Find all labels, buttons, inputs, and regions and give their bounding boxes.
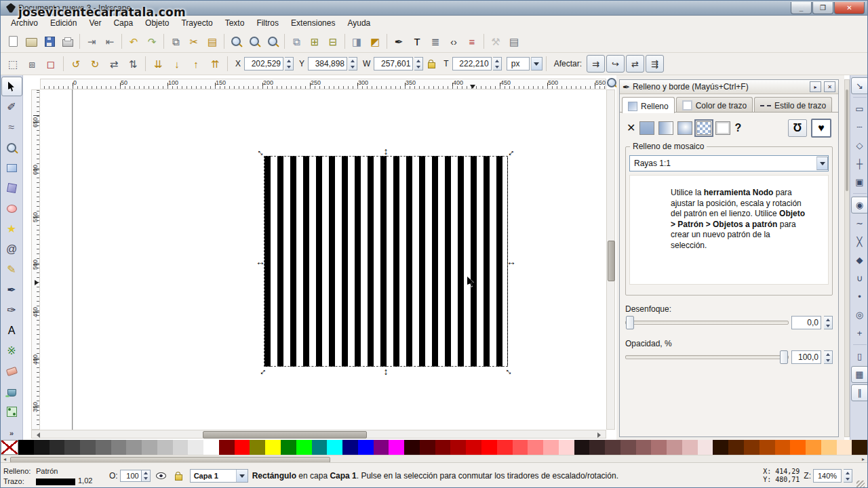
palette-swatch[interactable] — [96, 440, 111, 455]
palette-swatch[interactable] — [450, 440, 466, 455]
text-tool[interactable]: A — [1, 321, 22, 340]
minimize-button[interactable]: _ — [791, 2, 812, 14]
palette-swatch[interactable] — [389, 440, 404, 455]
palette-scroll-left-arrow[interactable]: ◂ — [1, 456, 9, 462]
palette-swatch[interactable] — [728, 440, 744, 455]
palette-swatch[interactable] — [374, 440, 389, 455]
layer-combo-arrow[interactable] — [236, 470, 248, 482]
selection-handle-e[interactable]: ↔ — [507, 257, 516, 266]
menu-edicion[interactable]: Edición — [44, 17, 83, 29]
opacity-slider-thumb[interactable] — [780, 350, 788, 364]
zoom-selection-button[interactable] — [227, 33, 245, 50]
palette-swatch[interactable] — [111, 440, 127, 455]
zoom-spinner[interactable] — [844, 469, 852, 483]
selection-handle-n[interactable]: ↕ — [384, 146, 389, 156]
pencil-tool[interactable]: ✎ — [1, 260, 22, 279]
save-document-button[interactable] — [41, 33, 58, 50]
menu-ayuda[interactable]: Ayuda — [341, 17, 376, 29]
snap-rotation-center-button[interactable]: + — [851, 325, 868, 342]
snap-smooth-nodes-button[interactable]: ∪ — [851, 270, 868, 287]
snap-enable-button[interactable]: ↘ — [851, 77, 868, 94]
palette-swatch[interactable] — [651, 440, 667, 455]
layers-dialog-button[interactable]: ≣ — [427, 33, 444, 50]
palette-swatch[interactable] — [528, 440, 543, 455]
fillrule-evenodd-button[interactable]: Ʊ — [788, 119, 807, 137]
redo-button[interactable]: ↷ — [143, 33, 161, 50]
lower-to-bottom-button[interactable]: ⇊ — [149, 55, 167, 73]
fill-pattern-button[interactable] — [696, 121, 711, 135]
deselect-button[interactable]: ◻ — [42, 55, 60, 73]
snap-bbox-centers-button[interactable]: ▣ — [851, 174, 868, 190]
close-button[interactable]: ✕ — [834, 2, 865, 14]
h-field-spinner[interactable] — [493, 57, 502, 70]
affect-stroke-button[interactable]: ⇉ — [587, 55, 605, 73]
align-dialog-button[interactable]: ≡ — [463, 33, 481, 50]
copy-button[interactable]: ⧉ — [167, 33, 184, 50]
menu-extensiones[interactable]: Extensiones — [285, 17, 341, 29]
snap-page-border-button[interactable]: ▯ — [851, 348, 868, 365]
selection-handle-ne[interactable]: ↔ — [503, 145, 517, 159]
palette-swatch[interactable] — [296, 440, 312, 455]
palette-swatch[interactable] — [682, 440, 698, 455]
tab-estilo-de-trazo[interactable]: Estilo de trazo — [754, 97, 832, 112]
calligraphy-tool[interactable]: ✑ — [1, 300, 22, 320]
preferences-button[interactable]: ⚒ — [487, 33, 505, 50]
canvas[interactable]: ↔ ↔ ↔ ↔ ↕ ↕ ↔ ↔ — [40, 89, 606, 430]
horizontal-scrollbar-thumb[interactable] — [203, 431, 367, 439]
layer-lock-button[interactable] — [172, 469, 186, 483]
palette-scroll-right-arrow[interactable]: ▸ — [859, 456, 867, 462]
document-properties-button[interactable]: ▤ — [505, 33, 523, 50]
palette-swatch[interactable] — [188, 440, 203, 455]
unit-combo[interactable]: px — [507, 57, 530, 70]
blur-field[interactable]: 0,0 — [791, 316, 821, 329]
box3d-tool[interactable] — [1, 178, 22, 198]
palette-swatch[interactable] — [34, 440, 50, 455]
node-tool[interactable]: ✐ — [1, 97, 22, 117]
rectangle-tool[interactable] — [1, 158, 22, 178]
vertical-scrollbar-thumb[interactable] — [608, 241, 615, 281]
fill-unknown-button[interactable]: ? — [734, 123, 741, 134]
palette-swatch[interactable] — [404, 440, 420, 455]
rotate-ccw-button[interactable]: ↺ — [67, 55, 85, 73]
resize-grip[interactable] — [856, 481, 865, 488]
eraser-tool[interactable] — [1, 361, 22, 381]
palette-swatch[interactable] — [312, 440, 328, 455]
flip-vertical-button[interactable]: ⇅ — [124, 55, 142, 73]
fill-stroke-dialog-button[interactable]: ✒ — [390, 33, 408, 50]
palette-swatch[interactable] — [281, 440, 296, 455]
unit-combo-arrow[interactable] — [531, 57, 542, 70]
xml-editor-button[interactable]: ‹› — [445, 33, 462, 50]
w-field-spinner[interactable] — [414, 57, 423, 70]
snap-midpoints-button[interactable]: • — [851, 288, 868, 305]
select-original-button[interactable]: ◨ — [348, 33, 366, 50]
snap-guides-button[interactable]: ∥ — [851, 384, 868, 401]
affect-patterns-button[interactable]: ⇶ — [646, 55, 664, 73]
affect-gradients-button[interactable]: ⇄ — [626, 55, 644, 73]
snap-centers-button[interactable]: ◎ — [851, 306, 868, 323]
snap-intersections-button[interactable]: ╳ — [851, 233, 868, 250]
tweak-tool[interactable]: ≈ — [1, 117, 22, 137]
select-all-layers-button[interactable]: ⧈ — [23, 55, 41, 73]
fill-swatch-button[interactable] — [715, 121, 730, 135]
opacity-field-spinner[interactable] — [824, 350, 833, 364]
palette-swatch[interactable] — [18, 440, 34, 455]
palette-swatch[interactable] — [64, 440, 80, 455]
snap-grid-button[interactable]: ▦ — [851, 366, 868, 383]
snap-nodes-button[interactable]: ◉ — [851, 197, 868, 214]
palette-swatch[interactable] — [50, 440, 65, 455]
export-button[interactable]: ⇤ — [101, 33, 119, 50]
snap-bbox-midpoints-button[interactable]: ┼ — [851, 155, 868, 172]
palette-swatch[interactable] — [173, 440, 189, 455]
palette-swatch[interactable] — [713, 440, 728, 455]
selection-handle-nw[interactable]: ↔ — [255, 145, 269, 159]
striped-rectangle-selection[interactable]: ↔ ↔ ↔ ↔ ↕ ↕ ↔ ↔ — [264, 156, 508, 367]
layer-visibility-button[interactable] — [155, 469, 168, 483]
stroke-indicator[interactable]: 1,02 — [36, 476, 105, 485]
scroll-left-arrow[interactable] — [34, 432, 40, 438]
spray-tool[interactable]: ※ — [1, 341, 22, 361]
lower-button[interactable]: ↓ — [168, 55, 186, 73]
pen-tool[interactable]: ✒ — [1, 280, 22, 300]
palette-swatch[interactable] — [605, 440, 620, 455]
import-button[interactable]: ⇥ — [83, 33, 100, 50]
fillrule-nonzero-button[interactable]: ♥ — [811, 119, 831, 138]
